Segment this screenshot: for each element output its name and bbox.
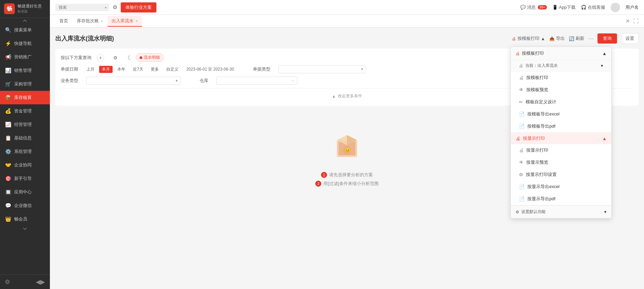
filter-tag-shuimingxi[interactable]: 流水明细 [136, 53, 164, 62]
filter-scheme-label: 按以下方案查询 [61, 55, 91, 61]
online-service-btn[interactable]: 🎧 在线客服 [581, 4, 605, 10]
warehouse-label: 仓库 [200, 78, 208, 84]
tab-home[interactable]: 首页 [55, 16, 72, 27]
export-btn[interactable]: 📤 导出 [549, 35, 565, 42]
biz-type-select[interactable]: ▾ [86, 77, 181, 85]
tabs-bar: 首页 库存批次账 × 出入库流水 × ✕ ⛶ [50, 15, 644, 28]
industry-btn[interactable]: 体验行业方案 [121, 2, 156, 12]
sidebar-item-weixin[interactable]: 💬 企业微信 [0, 199, 50, 212]
topbar-left: ▾ ⚙ 体验行业方案 [55, 2, 156, 12]
add-filter-btn[interactable]: + [97, 54, 104, 61]
biz-type-chevron-icon: ▾ [176, 78, 178, 83]
doc-type-select[interactable]: ▾ [279, 65, 366, 73]
sidebar-item-basic[interactable]: 📋 基础信息 [0, 131, 50, 145]
sidebar-item-purchase[interactable]: 🛒 采购管理 [0, 77, 50, 91]
dropdown-template-export-excel[interactable]: 📄 按模板导出excel [511, 108, 611, 120]
tab-batch-account-close[interactable]: × [101, 19, 103, 23]
search-input[interactable] [55, 4, 109, 11]
sidebar-item-quick-nav[interactable]: ⚡ 快捷导航 [0, 37, 50, 50]
settings-icon[interactable]: ⚙ [5, 278, 10, 286]
dropdown-template-custom[interactable]: ✏ 模板自定义设计 [511, 96, 611, 108]
refresh-icon: 🔄 [569, 36, 574, 41]
sidebar-item-guide[interactable]: 🎯 新手引导 [0, 172, 50, 185]
filter-tag-dot [140, 56, 142, 59]
tab-inout-flow-close[interactable]: × [136, 19, 138, 23]
settings-gear-icon[interactable]: ⚙ [113, 4, 117, 10]
logo-name: 畅捷通好生意 [18, 4, 42, 9]
dropdown-template-preview[interactable]: 👁 按模板预览 [511, 84, 611, 96]
dropdown-display-section: 🖨 按显示打印 👁 按显示预览 ⚙ 按显示打印设置 📄 [511, 144, 611, 205]
message-icon: 💬 [520, 5, 526, 10]
collapse-sidebar-icon[interactable]: ◀▶ [36, 278, 45, 286]
topbar-right: 💬 消息 99+ 📱 App下载 🎧 在线客服 用户名 [520, 3, 639, 12]
sidebar-item-app-center[interactable]: 🔲 应用中心 [0, 185, 50, 199]
topbar: ▾ ⚙ 体验行业方案 💬 消息 99+ 📱 App下载 🎧 在线客服 用户名 [50, 0, 644, 15]
footer-settings-icon: ⚙ [516, 210, 519, 214]
date-options: 上月 本月 本年 近7天 更多 自定义 [84, 66, 181, 73]
template-export-excel-icon: 📄 [519, 111, 525, 117]
template-custom-icon: ✏ [519, 99, 523, 105]
tab-maximize-icon[interactable]: ⛶ [633, 18, 639, 24]
search-chevron-icon: ▾ [105, 5, 107, 9]
date-opt-custom[interactable]: 自定义 [164, 66, 181, 73]
doc-type-chevron-icon: ▾ [361, 67, 363, 72]
date-opt-this-year[interactable]: 本年 [115, 66, 128, 73]
page-header: 出入库流水(流水明细) 🖨 按模板打印 ▲ 📤 导出 🔄 刷新 ··· 查询 设… [55, 33, 639, 44]
message-btn[interactable]: 💬 消息 99+ [520, 4, 547, 10]
dropdown-display-print[interactable]: 🖨 按显示打印 [511, 144, 611, 156]
tab-batch-account[interactable]: 库存批次账 × [73, 16, 107, 27]
dropdown-current-chevron[interactable]: ▾ [601, 63, 603, 68]
filter-gear-btn[interactable]: ⚙ [112, 54, 119, 61]
sidebar-item-marketing[interactable]: 📢 营销推广 [0, 50, 50, 64]
date-opt-more[interactable]: 更多 [148, 66, 162, 73]
empty-icon: 😐 [330, 130, 364, 164]
sidebar-item-vip[interactable]: 👑 畅会员 [0, 212, 50, 226]
query-btn[interactable]: 查询 [597, 33, 617, 44]
date-opt-last-month[interactable]: 上月 [84, 66, 97, 73]
print-template-btn[interactable]: 🖨 按模板打印 ▲ [512, 35, 545, 42]
warehouse-select[interactable]: ··· [216, 77, 297, 85]
filter-collapse-btn[interactable]: 《 [124, 54, 130, 62]
dropdown-chevron-up-icon[interactable]: ▲ [602, 51, 607, 56]
sidebar-item-finance[interactable]: 💰 资金管理 [0, 104, 50, 118]
display-section-chevron-up: ▲ [602, 136, 607, 141]
dropdown-display-export-pdf[interactable]: 📄 按显示导出pdf [511, 193, 611, 205]
dropdown-footer[interactable]: ⚙ 设置默认功能 ▾ [511, 205, 611, 218]
sidebar-item-system[interactable]: ⚙️ 系统管理 [0, 145, 50, 158]
dropdown-display-export-excel[interactable]: 📄 按显示导出excel [511, 181, 611, 193]
sidebar-menu: 🔍 搜索菜单 ⚡ 快捷导航 📢 营销推广 📊 销售管理 🛒 采购管理 📦 库存核… [0, 18, 50, 274]
dropdown-display-preview[interactable]: 👁 按显示预览 [511, 156, 611, 168]
svg-text:😐: 😐 [345, 148, 351, 153]
content: 出入库流水(流水明细) 🖨 按模板打印 ▲ 📤 导出 🔄 刷新 ··· 查询 设… [50, 28, 644, 289]
username: 用户名 [625, 4, 639, 10]
more-actions-icon[interactable]: ··· [588, 35, 593, 42]
avatar[interactable] [611, 3, 620, 12]
scroll-down-arrow[interactable] [22, 227, 28, 230]
date-opt-7days[interactable]: 近7天 [130, 66, 146, 73]
refresh-btn[interactable]: 🔄 刷新 [569, 35, 584, 42]
dropdown-template-print[interactable]: 🖨 按模板打印 [511, 72, 611, 84]
sidebar-item-search-menu[interactable]: 🔍 搜索菜单 [0, 23, 50, 37]
dropdown-template-export-pdf[interactable]: 📄 按模板导出pdf [511, 120, 611, 132]
dropdown-display-print-settings[interactable]: ⚙ 按显示打印设置 [511, 168, 611, 181]
system-icon: ⚙️ [5, 148, 11, 155]
main-area: ▾ ⚙ 体验行业方案 💬 消息 99+ 📱 App下载 🎧 在线客服 用户名 [50, 0, 644, 289]
sidebar-item-operation[interactable]: 📈 经营管理 [0, 118, 50, 131]
tab-inout-flow[interactable]: 出入库流水 × [108, 16, 142, 27]
page-actions: 🖨 按模板打印 ▲ 📤 导出 🔄 刷新 ··· 查询 设置 [512, 33, 639, 44]
sidebar-item-sales[interactable]: 📊 销售管理 [0, 64, 50, 77]
sidebar-item-enterprise[interactable]: 🤝 企业协同 [0, 158, 50, 172]
dropdown-display-section-header[interactable]: 🖨 按显示打印 ▲ [511, 133, 611, 144]
dropdown-current-icon: 🖨 [519, 63, 523, 68]
date-opt-this-month[interactable]: 本月 [99, 66, 113, 73]
tab-close-all-icon[interactable]: ✕ [625, 18, 630, 24]
display-print-icon: 🖨 [519, 148, 524, 153]
page-title: 出入库流水(流水明细) [55, 34, 114, 43]
app-download-btn[interactable]: 📱 App下载 [552, 4, 576, 10]
sidebar-bottom: ⚙ ◀▶ [0, 274, 50, 289]
sidebar-item-inventory[interactable]: 📦 库存核算 [0, 91, 50, 104]
settings-btn[interactable]: 设置 [621, 33, 639, 44]
message-badge: 99+ [538, 5, 547, 9]
purchase-icon: 🛒 [5, 81, 11, 87]
scroll-up-arrow[interactable] [22, 19, 28, 22]
